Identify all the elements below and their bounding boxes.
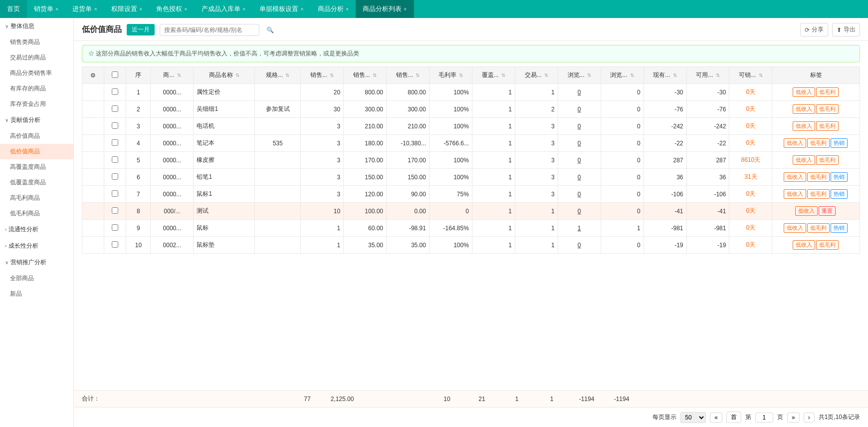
sidebar-item-低价值商品[interactable]: 低价值商品 — [0, 144, 73, 159]
sidebar-item-商品分类销售率[interactable]: 商品分类销售率 — [0, 65, 73, 81]
sidebar-item-库存资金占用[interactable]: 库存资金占用 — [0, 96, 73, 112]
search-input[interactable] — [160, 24, 259, 36]
page-number-input[interactable] — [755, 413, 773, 423]
tag-低毛利: 低毛利 — [807, 172, 830, 182]
row-checkbox[interactable] — [112, 122, 118, 129]
time-filter-button[interactable]: 近一月 — [127, 24, 155, 35]
nav-close-icon[interactable]: × — [139, 6, 142, 12]
tag-热销: 热销 — [831, 172, 848, 182]
view2-col-header[interactable]: 浏览... ⇅ — [601, 67, 644, 84]
nav-item-首页[interactable]: 首页 — [0, 0, 27, 18]
sidebar-group-整体信息[interactable]: ∨整体信息 — [0, 18, 73, 34]
sales-qty-col-header[interactable]: 销售... ⇅ — [301, 67, 344, 84]
sales-amt-col-header[interactable]: 销售... ⇅ — [387, 67, 430, 84]
page-size-select[interactable]: 50 100 200 — [680, 412, 706, 423]
info-banner: ☆ 这部分商品的销售收入大幅低于商品平均销售收入，价值不高，可考虑调整营销策略，… — [82, 45, 860, 62]
check-col-header[interactable] — [104, 67, 126, 84]
sidebar-item-高价值商品[interactable]: 高价值商品 — [0, 128, 73, 144]
sidebar-group-贡献值分析[interactable]: ∨贡献值分析 — [0, 112, 73, 128]
prev-page-button[interactable]: 首 — [726, 412, 741, 423]
next-page-button[interactable]: » — [787, 413, 800, 423]
header-actions: ⟳ 分享 ⬆ 导出 — [800, 23, 860, 36]
trade-col-header[interactable]: 交易... ⇅ — [515, 67, 558, 84]
row-checkbox[interactable] — [112, 88, 118, 95]
view1-col-header[interactable]: 浏览... ⇅ — [558, 67, 601, 84]
nav-close-icon[interactable]: × — [242, 6, 245, 12]
search-icon[interactable]: 🔍 — [266, 26, 274, 33]
sidebar-item-低毛利商品[interactable]: 低毛利商品 — [0, 206, 73, 221]
nav-close-icon[interactable]: × — [404, 6, 407, 12]
sidebar-item-高毛利商品[interactable]: 高毛利商品 — [0, 190, 73, 206]
nav-item-角色授权[interactable]: 角色授权× — [149, 0, 194, 18]
nav-close-icon[interactable]: × — [94, 6, 97, 12]
code-col-header[interactable]: 商... ⇅ — [151, 67, 194, 84]
share-button[interactable]: ⟳ 分享 — [800, 23, 828, 36]
sidebar-group-营销推广分析[interactable]: ∨营销推广分析 — [0, 254, 73, 271]
tag-低收入: 低收入 — [784, 138, 806, 148]
table-row: 40000...笔记本5353180.00-10,380...-5766.6..… — [82, 135, 860, 152]
nav-item-销货单[interactable]: 销货单× — [27, 0, 65, 18]
sidebar-group-流通性分析[interactable]: ›流通性分析 — [0, 221, 73, 238]
first-page-button[interactable]: « — [710, 413, 722, 423]
sidebar-item-低覆盖度商品[interactable]: 低覆盖度商品 — [0, 175, 73, 190]
row-checkbox[interactable] — [112, 156, 118, 163]
tag-低收入: 低收入 — [784, 189, 806, 199]
footer-summary: 合计： 772,125.00102111-1194-1194 — [74, 390, 868, 407]
nav-close-icon[interactable]: × — [55, 6, 58, 12]
nav-close-icon[interactable]: × — [346, 6, 349, 12]
last-page-button[interactable]: › — [804, 413, 815, 423]
nav-item-单据模板设置[interactable]: 单据模板设置× — [252, 0, 310, 18]
settings-col-header[interactable]: ⚙ — [82, 67, 104, 84]
sidebar-item-新品[interactable]: 新品 — [0, 286, 73, 302]
select-all-checkbox[interactable] — [112, 71, 118, 78]
tag-低毛利: 低毛利 — [816, 104, 839, 114]
name-col-header[interactable]: 商品名称 ⇅ — [194, 67, 255, 84]
pagination: 每页显示 50 100 200 « 首 第 页 » › 共1页,10条记录 — [74, 407, 868, 427]
tag-低毛利: 低毛利 — [816, 240, 839, 250]
export-button[interactable]: ⬆ 导出 — [832, 23, 860, 36]
row-checkbox[interactable] — [112, 139, 118, 146]
footer-cell: 2,125.00 — [325, 396, 360, 403]
idx-col-header: 序 — [126, 67, 151, 84]
nav-close-icon[interactable]: × — [300, 6, 303, 12]
row-checkbox[interactable] — [112, 207, 118, 214]
tag-热销: 热销 — [831, 189, 848, 199]
nav-item-权限设置[interactable]: 权限设置× — [104, 0, 149, 18]
row-checkbox[interactable] — [112, 190, 118, 197]
sidebar-item-销售类商品[interactable]: 销售类商品 — [0, 34, 73, 50]
nav-close-icon[interactable]: × — [184, 6, 187, 12]
sidebar-item-交易过的商品[interactable]: 交易过的商品 — [0, 50, 73, 65]
export-icon: ⬆ — [837, 26, 842, 33]
total-label: 共1页,10条记录 — [819, 413, 860, 422]
nav-item-商品分析列表[interactable]: 商品分析列表× — [356, 0, 414, 18]
tag-低收入: 低收入 — [793, 240, 815, 250]
coverage-col-header[interactable]: 覆盖... ⇅ — [472, 67, 515, 84]
sidebar-group-成长性分析[interactable]: ›成长性分析 — [0, 238, 73, 254]
usable-col-header[interactable]: 可用... ⇅ — [686, 67, 729, 84]
tag-低收入: 低收入 — [793, 121, 815, 131]
sidebar-item-有库存的商品[interactable]: 有库存的商品 — [0, 81, 73, 96]
table-row: 50000...橡皮擦3170.00170.00100%130028728786… — [82, 152, 860, 169]
nav-item-进货单[interactable]: 进货单× — [65, 0, 104, 18]
row-checkbox[interactable] — [112, 241, 118, 248]
sales-price-col-header[interactable]: 销售... ⇅ — [344, 67, 387, 84]
spec-col-header[interactable]: 规格... ⇅ — [255, 67, 301, 84]
row-checkbox[interactable] — [112, 105, 118, 112]
content-area: 低价值商品 近一月 🔍 ⟳ 分享 ⬆ 导出 ☆ 这部分商品的销售收入 — [74, 18, 868, 427]
share-icon: ⟳ — [805, 26, 810, 33]
saleable-col-header[interactable]: 可销... ⇅ — [729, 67, 772, 84]
nav-item-商品分析[interactable]: 商品分析× — [311, 0, 356, 18]
current-col-header[interactable]: 现有... ⇅ — [644, 67, 686, 84]
table-row: 100002...鼠标垫135.0035.00100%1100-19-190天低… — [82, 237, 860, 254]
row-checkbox[interactable] — [112, 173, 118, 180]
gross-rate-col-header[interactable]: 毛利率 ⇅ — [429, 67, 472, 84]
current-page-label: 第 — [745, 413, 751, 422]
sidebar-item-高覆盖度商品[interactable]: 高覆盖度商品 — [0, 159, 73, 175]
chevron-icon: ∨ — [5, 260, 8, 265]
table-row: 70000...鼠标13120.0090.0075%1300-106-1060天… — [82, 186, 860, 203]
nav-item-产成品入库单[interactable]: 产成品入库单× — [195, 0, 252, 18]
top-nav: 首页销货单×进货单×权限设置×角色授权×产成品入库单×单据模板设置×商品分析×商… — [0, 0, 868, 18]
row-checkbox[interactable] — [112, 224, 118, 231]
sidebar-item-全部商品[interactable]: 全部商品 — [0, 271, 73, 286]
sidebar: ∨整体信息销售类商品交易过的商品商品分类销售率有库存的商品库存资金占用∨贡献值分… — [0, 18, 74, 427]
